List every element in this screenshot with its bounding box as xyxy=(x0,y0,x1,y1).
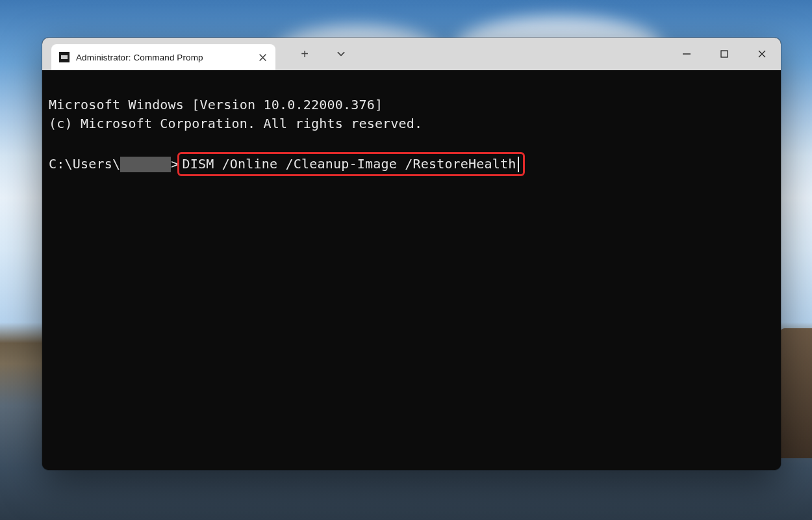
minimize-icon xyxy=(683,53,691,55)
titlebar[interactable]: Administrator: Command Promp xyxy=(42,38,781,70)
command-highlight: DISM /Online /Cleanup-Image /RestoreHeal… xyxy=(177,152,524,176)
maximize-button[interactable] xyxy=(705,38,743,70)
chevron-down-icon xyxy=(336,49,346,58)
svg-rect-1 xyxy=(721,51,728,57)
close-icon xyxy=(758,50,766,58)
window-buttons xyxy=(668,38,781,70)
svg-rect-0 xyxy=(683,53,691,54)
prompt-prefix: C:\Users\ xyxy=(49,155,120,174)
close-icon xyxy=(259,54,266,61)
text-caret xyxy=(518,157,519,172)
banner-line: (c) Microsoft Corporation. All rights re… xyxy=(49,116,422,131)
terminal-window: Administrator: Command Promp xyxy=(42,38,781,470)
tab-command-prompt[interactable]: Administrator: Command Promp xyxy=(51,44,275,70)
command-text: DISM /Online /Cleanup-Image /RestoreHeal… xyxy=(182,155,516,174)
tab-close-button[interactable] xyxy=(253,48,272,66)
tab-dropdown-button[interactable] xyxy=(330,43,352,65)
terminal-body[interactable]: Microsoft Windows [Version 10.0.22000.37… xyxy=(42,70,781,470)
redacted-username xyxy=(120,157,171,172)
cmd-icon xyxy=(59,52,70,62)
banner-line: Microsoft Windows [Version 10.0.22000.37… xyxy=(49,97,383,112)
new-tab-button[interactable] xyxy=(294,43,316,65)
window-close-button[interactable] xyxy=(743,38,781,70)
minimize-button[interactable] xyxy=(668,38,705,70)
maximize-icon xyxy=(720,50,728,58)
prompt-line: C:\Users\>DISM /Online /Cleanup-Image /R… xyxy=(49,152,774,176)
tab-controls xyxy=(275,38,352,70)
desktop-background: Administrator: Command Promp xyxy=(0,0,812,520)
tab-title: Administrator: Command Promp xyxy=(76,53,253,62)
